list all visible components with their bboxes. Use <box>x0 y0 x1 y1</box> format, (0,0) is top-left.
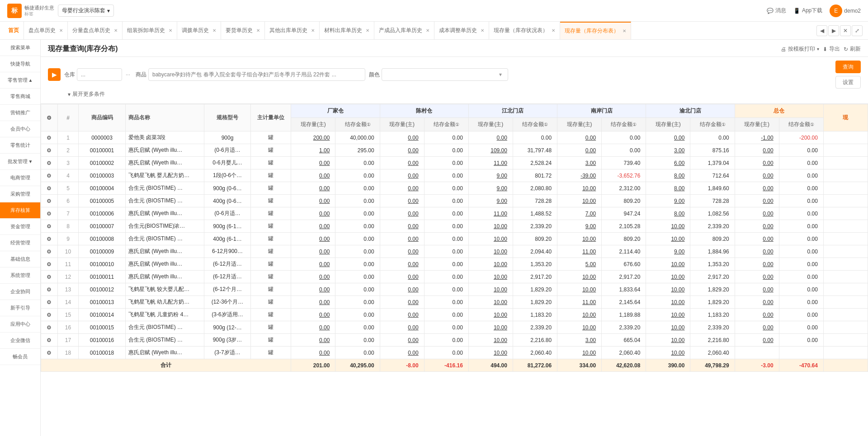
row-index: 8 <box>57 220 78 233</box>
row-spec: (6-12个月… <box>204 283 251 296</box>
product-label: 商品 <box>136 71 146 79</box>
sidebar-item-inventory[interactable]: 库存核算 <box>0 202 40 219</box>
row-w5-qty: 10.00 <box>646 296 690 309</box>
color-input[interactable] <box>382 68 508 81</box>
tab-stock-distribution[interactable]: 现存量（库存分布表） ✕ <box>560 22 631 40</box>
row-settings[interactable]: ⚙ <box>41 131 58 144</box>
sidebar-item-shortcuts[interactable]: 快捷导航 <box>0 56 40 72</box>
filter-expand-button[interactable]: ▶ <box>48 68 61 81</box>
row-index: 12 <box>57 271 78 283</box>
row-settings[interactable]: ⚙ <box>41 169 58 182</box>
sidebar-item-purchase[interactable]: 采购管理 <box>0 186 40 202</box>
row-settings[interactable]: ⚙ <box>41 207 58 220</box>
row-settings[interactable]: ⚙ <box>41 296 58 309</box>
row-w3-amt: 1,488.52 <box>513 207 557 220</box>
sidebar-item-system[interactable]: 系统管理 <box>0 267 40 284</box>
sidebar-item-basic-info[interactable]: 基础信息 <box>0 251 40 267</box>
product-input[interactable] <box>148 68 365 81</box>
tab-home[interactable]: 首页 <box>4 22 24 40</box>
close-icon[interactable]: ✕ <box>311 28 315 33</box>
row-settings[interactable]: ⚙ <box>41 245 58 258</box>
sidebar-item-retail-shop[interactable]: 零售商城 <box>0 89 40 105</box>
sidebar-item-search[interactable]: 搜索菜单 <box>0 40 40 56</box>
query-button[interactable]: 查询 <box>835 61 861 73</box>
close-icon[interactable]: ✕ <box>481 28 484 33</box>
row-settings[interactable]: ⚙ <box>41 233 58 245</box>
row-w1-qty: 0.00 <box>291 220 335 233</box>
settings-icon[interactable]: ⚙ <box>47 115 52 121</box>
close-icon[interactable]: ✕ <box>114 28 118 33</box>
app-download-button[interactable]: 📱 App下载 <box>793 7 822 14</box>
tab-material-out[interactable]: 材料出库单历史 ✕ <box>320 22 374 40</box>
row-settings[interactable]: ⚙ <box>41 195 58 207</box>
sidebar-item-wechat[interactable]: 企业微信 <box>0 333 40 349</box>
row-settings[interactable]: ⚙ <box>41 182 58 195</box>
tab-assembly[interactable]: 组装拆卸单历史 ✕ <box>123 22 177 40</box>
message-button[interactable]: 💬 消息 <box>767 7 786 14</box>
sidebar-item-wholesale-mgmt[interactable]: 批发管理 ▼ <box>0 154 40 170</box>
sidebar-item-members[interactable]: 会员中心 <box>0 121 40 137</box>
tot-qty-header: 现存量(主) <box>735 118 779 131</box>
tab-transfer[interactable]: 调拨单历史 ✕ <box>177 22 221 40</box>
close-icon[interactable]: ✕ <box>212 28 216 33</box>
tab-partial-count[interactable]: 分量盘点单历史 ✕ <box>68 22 123 40</box>
row-settings[interactable]: ⚙ <box>41 321 58 334</box>
row-settings[interactable]: ⚙ <box>41 271 58 283</box>
nav-prev-button[interactable]: ◀ <box>816 25 827 36</box>
close-icon[interactable]: ✕ <box>623 28 626 33</box>
warehouse-input[interactable] <box>77 68 122 81</box>
expand-more-button[interactable]: ▾ 展开更多条件 <box>68 90 105 98</box>
sidebar-item-retail-stats[interactable]: 零售统计 <box>0 137 40 154</box>
close-icon[interactable]: ✕ <box>426 28 429 33</box>
row-w2-amt: 0.00 <box>424 245 468 258</box>
row-settings[interactable]: ⚙ <box>41 347 58 359</box>
user-area[interactable]: E demo2 <box>830 5 861 17</box>
table-row: ⚙ 4 00100003 飞鹤星飞帆 婴儿配方奶… 1段(0-6个… 罐 0.0… <box>41 169 868 182</box>
nav-close-button[interactable]: ✕ <box>840 25 851 36</box>
sidebar-item-finance[interactable]: 资金管理 <box>0 219 40 235</box>
row-settings[interactable]: ⚙ <box>41 283 58 296</box>
tab-stock-status[interactable]: 现存量（库存状况表） ✕ <box>489 22 560 40</box>
sidebar-item-ecommerce[interactable]: 电商管理 <box>0 170 40 186</box>
unit-col-header: 主计量单位 <box>251 104 291 131</box>
sidebar-item-enterprise[interactable]: 企业协同 <box>0 284 40 300</box>
row-settings[interactable]: ⚙ <box>41 144 58 157</box>
tab-demand[interactable]: 要货单历史 ✕ <box>221 22 265 40</box>
sidebar-item-operations[interactable]: 经营管理 <box>0 235 40 251</box>
row-name: 惠氏启赋 (Wyeth illu… <box>126 271 204 283</box>
table-row: ⚙ 1 0000003 爱他美 卤菜3段 900g 罐 200.00 40,00… <box>41 131 868 144</box>
tab-finished-in[interactable]: 产成品入库单历史 ✕ <box>374 22 434 40</box>
sidebar-item-retail-mgmt[interactable]: 零售管理 ▲ <box>0 72 40 89</box>
inventory-table: ⚙ # 商品编码 商品名称 规格型号 主计量单位 厂家仓 陈村仓 江北门店 南岸… <box>41 104 868 372</box>
row-settings[interactable]: ⚙ <box>41 220 58 233</box>
nav-expand-button[interactable]: ⤢ <box>852 25 863 36</box>
tab-inventory-count[interactable]: 盘点单历史 ✕ <box>24 22 68 40</box>
industry-selector[interactable]: 母婴行业演示陈套 ▾ <box>58 5 114 17</box>
row-settings[interactable]: ⚙ <box>41 258 58 271</box>
close-icon[interactable]: ✕ <box>366 28 369 33</box>
sidebar-item-marketing[interactable]: 营销推广 <box>0 105 40 121</box>
close-icon[interactable]: ✕ <box>256 28 260 33</box>
row-name: 合生元 (BIOSTIME) … <box>126 334 204 347</box>
row-settings[interactable]: ⚙ <box>41 157 58 169</box>
row-settings[interactable]: ⚙ <box>41 309 58 321</box>
sidebar-item-app-center[interactable]: 应用中心 <box>0 316 40 333</box>
tab-label: 盘点单历史 <box>28 27 56 34</box>
print-button[interactable]: 🖨 按模板打印 ▾ <box>781 45 819 53</box>
row-w3-qty: 10.00 <box>468 334 513 347</box>
warehouse1-col-header: 厂家仓 <box>291 104 380 118</box>
refresh-button[interactable]: ↻ 刷新 <box>844 45 861 53</box>
close-icon[interactable]: ✕ <box>552 28 555 33</box>
row-settings[interactable]: ⚙ <box>41 334 58 347</box>
sidebar-item-member-plus[interactable]: 畅会员 <box>0 349 40 365</box>
sidebar-item-guide[interactable]: 新手引导 <box>0 300 40 316</box>
tab-cost-adjust[interactable]: 成本调整单历史 ✕ <box>434 22 489 40</box>
export-button[interactable]: ⬇ 导出 <box>823 45 840 53</box>
close-icon[interactable]: ✕ <box>59 28 63 33</box>
setting-button[interactable]: 设置 <box>835 76 861 89</box>
nav-next-button[interactable]: ▶ <box>828 25 839 36</box>
warehouse-dots: ··· <box>124 71 132 78</box>
close-icon[interactable]: ✕ <box>169 28 172 33</box>
row-w3-amt: 0.00 <box>513 131 557 144</box>
tab-other-out[interactable]: 其他出库单历史 ✕ <box>265 22 320 40</box>
